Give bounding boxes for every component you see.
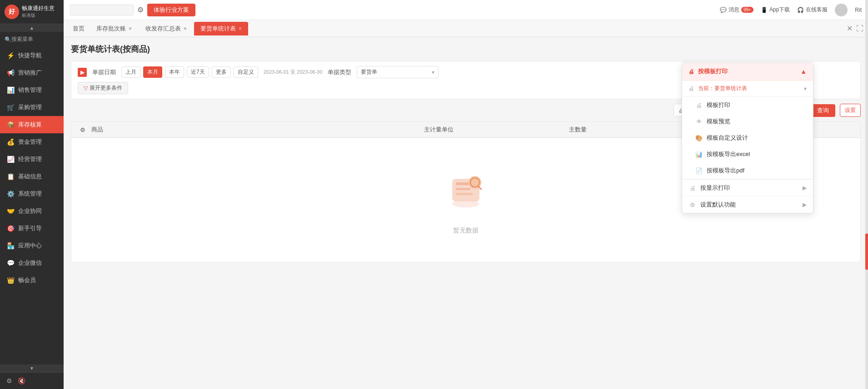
tab-label: 库存批次账: [96, 25, 126, 33]
scrollbar-thumb[interactable]: [865, 233, 868, 270]
filter-expand-btn[interactable]: ▽ 展开更多条件: [78, 82, 128, 94]
tab-home[interactable]: 首页: [68, 22, 89, 35]
settings-btn[interactable]: 设置: [840, 104, 861, 117]
online-service-btn[interactable]: 🎧 在线客服: [797, 6, 828, 14]
messages-badge: 99+: [741, 7, 753, 13]
sidebar-item-inventory[interactable]: 📦 库存核算: [0, 116, 64, 133]
wechat-icon: 💬: [6, 259, 15, 267]
empty-illustration: [443, 165, 489, 219]
dropdown-item-export-excel[interactable]: 📊 按模板导出excel: [682, 146, 813, 162]
sidebar-item-quick-nav[interactable]: ⚡ 快捷导航: [0, 47, 64, 64]
tab-window-close-icon[interactable]: ✕: [847, 24, 853, 33]
app-name-block: 畅康通好生意 标准版: [22, 5, 55, 19]
dropdown-item-label: 按模板导出pdf: [707, 167, 744, 175]
date-filter-label: 单据日期: [92, 68, 116, 76]
guide-icon: 🎯: [6, 225, 15, 232]
sidebar-item-operation[interactable]: 📈 经营管理: [0, 151, 64, 168]
dropdown-item-set-default[interactable]: ⚙ 设置默认功能 ▶: [682, 196, 813, 213]
logo-icon: 好: [5, 5, 19, 19]
mute-footer-icon[interactable]: 🔇: [18, 377, 25, 384]
export-pdf-icon: 📄: [695, 167, 703, 174]
display-print-icon: 🖨: [688, 185, 697, 192]
dropdown-current-arrow: ▾: [804, 86, 807, 92]
sales-icon: 📊: [6, 86, 15, 94]
expand-label: 展开更多条件: [90, 84, 122, 92]
scrollbar-track: [865, 0, 868, 389]
expand-icon: ▽: [84, 85, 88, 91]
topbar-settings-icon[interactable]: ⚙: [137, 5, 144, 14]
date-btn-current-year[interactable]: 本年: [165, 66, 184, 78]
settings-footer-icon[interactable]: ⚙: [6, 377, 12, 384]
order-type-select[interactable]: 要货单 ▾: [357, 66, 439, 78]
sidebar-item-basic[interactable]: 📋 基础信息: [0, 168, 64, 185]
template-preview-icon: 👁: [695, 118, 703, 125]
sidebar-item-guide[interactable]: 🎯 新手引导: [0, 220, 64, 237]
messages-btn[interactable]: 💬 消息 99+: [720, 6, 753, 14]
online-service-label: 在线客服: [806, 6, 828, 14]
date-btn-last7days[interactable]: 近7天: [187, 66, 209, 78]
tab-inventory-batch[interactable]: 库存批次账 ×: [90, 22, 138, 35]
dropdown-current-item[interactable]: 🖨 当前：要货单统计表 ▾: [682, 81, 813, 97]
dropdown-item-label: 按模板导出excel: [707, 150, 750, 158]
search-icon: 🔍: [5, 36, 11, 43]
tab-close-inventory-batch[interactable]: ×: [129, 25, 132, 32]
date-btn-more[interactable]: 更多: [212, 66, 231, 78]
topbar-search-input[interactable]: [70, 5, 134, 15]
tab-receipts-summary[interactable]: 收发存汇总表 ×: [139, 22, 193, 35]
tab-close-receipts-summary[interactable]: ×: [184, 25, 187, 32]
filter-collapse-btn[interactable]: ▶: [78, 68, 87, 77]
sidebar-item-label: 资金管理: [18, 138, 42, 146]
sidebar-scroll-down[interactable]: ▼: [0, 364, 64, 372]
print-dropdown-popup: 🖨 按模板打印 ▲ 🖨 当前：要货单统计表 ▾ 🖨 模板打印 👁 模板预览: [682, 62, 813, 213]
dropdown-chevron-icon[interactable]: ▲: [800, 68, 807, 75]
message-icon: 💬: [720, 7, 727, 13]
date-btn-current-month[interactable]: 本月: [143, 66, 162, 78]
sidebar-item-marketing[interactable]: 📢 营销推广: [0, 64, 64, 81]
set-default-icon: ⚙: [688, 202, 697, 208]
query-btn[interactable]: 查询: [811, 104, 835, 117]
date-btn-prev-month[interactable]: 上月: [121, 66, 140, 78]
user-name[interactable]: Rit: [855, 7, 862, 13]
date-btn-custom[interactable]: 自定义: [234, 66, 258, 78]
sidebar-scroll-up[interactable]: ▲: [0, 24, 64, 32]
dropdown-item-template-design[interactable]: 🎨 模板自定义设计: [682, 130, 813, 146]
dropdown-item-template-print[interactable]: 🖨 模板打印: [682, 97, 813, 113]
sidebar-item-collab[interactable]: 🤝 企业协同: [0, 202, 64, 220]
dropdown-item-label: 按显示打印: [700, 184, 730, 192]
messages-label: 消息: [728, 6, 739, 14]
dropdown-item-export-pdf[interactable]: 📄 按模板导出pdf: [682, 162, 813, 179]
display-print-arrow-icon: ▶: [803, 185, 807, 191]
finance-icon: 💰: [6, 138, 15, 146]
sidebar-item-sales[interactable]: 📊 销售管理: [0, 81, 64, 99]
sidebar-search-btn[interactable]: 🔍 搜索菜单: [0, 32, 64, 47]
tab-order-stats[interactable]: 要货单统计表 ×: [194, 22, 248, 35]
export-excel-icon: 📊: [695, 151, 703, 158]
topbar: ⚙ 体验行业方案 💬 消息 99+ 📱 App下载 🎧 在线客服 Rit: [64, 0, 868, 20]
dropdown-title: 按模板打印: [698, 67, 728, 76]
sidebar-item-wechat[interactable]: 💬 企业微信: [0, 254, 64, 272]
dropdown-item-display-print[interactable]: 🖨 按显示打印 ▶: [682, 179, 813, 196]
sidebar-item-purchase[interactable]: 🛒 采购管理: [0, 99, 64, 116]
system-icon: ⚙️: [6, 190, 15, 197]
sidebar-item-system[interactable]: ⚙️ 系统管理: [0, 185, 64, 202]
basic-icon: 📋: [6, 173, 15, 180]
trial-btn[interactable]: 体验行业方案: [147, 4, 195, 16]
th-settings[interactable]: ⚙: [76, 126, 90, 133]
dropdown-current-icon: 🖨: [688, 85, 694, 92]
tab-label: 要货单统计表: [200, 25, 236, 33]
avatar[interactable]: [835, 4, 848, 16]
service-icon: 🎧: [797, 7, 804, 13]
sidebar-item-member[interactable]: 👑 畅会员: [0, 272, 64, 289]
sidebar-item-appstore[interactable]: 🏪 应用中心: [0, 237, 64, 254]
sidebar-item-finance[interactable]: 💰 资金管理: [0, 133, 64, 151]
app-download-label: App下载: [769, 6, 790, 14]
app-download-btn[interactable]: 📱 App下载: [761, 6, 790, 14]
tab-end-icons: ✕ ⛶: [847, 24, 863, 33]
tab-close-order-stats[interactable]: ×: [239, 25, 242, 32]
app-name: 畅康通好生意: [22, 5, 55, 12]
type-select-arrow-icon: ▾: [432, 69, 434, 76]
sidebar-nav: ⚡ 快捷导航 📢 营销推广 📊 销售管理 🛒 采购管理 📦 库存核算 💰 资金管…: [0, 47, 64, 364]
dropdown-header-right: ▲: [800, 68, 807, 75]
tab-expand-icon[interactable]: ⛶: [856, 25, 863, 33]
dropdown-item-template-preview[interactable]: 👁 模板预览: [682, 113, 813, 130]
